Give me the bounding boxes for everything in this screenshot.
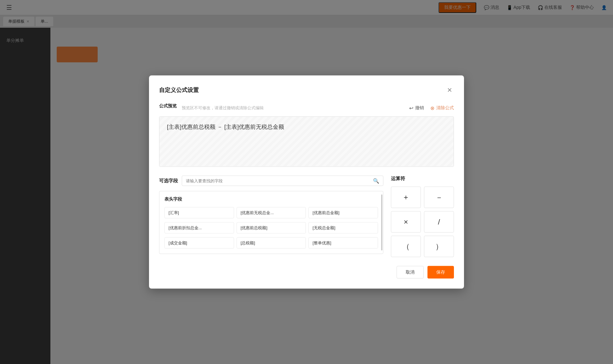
formula-actions: ↩ 撤销 ⊗ 清除公式 (409, 105, 454, 111)
fields-section-title: 表头字段 (164, 196, 378, 202)
field-item-4[interactable]: [优惠前总税额] (237, 222, 306, 234)
field-item-6[interactable]: [成交金额] (164, 237, 234, 249)
field-item-7[interactable]: [总税额] (237, 237, 306, 249)
search-icon: 🔍 (373, 178, 379, 184)
search-input[interactable] (186, 179, 370, 183)
fields-label: 可选字段 (159, 178, 178, 184)
dialog-close-button[interactable]: ✕ (445, 86, 454, 94)
operator-plus[interactable]: + (391, 187, 421, 208)
field-item-3[interactable]: [优惠前折扣总金... (164, 222, 234, 234)
dialog-header: 自定义公式设置 ✕ (159, 86, 454, 94)
formula-preview-row: 公式预览 预览区不可修改，请通过撤销或清除公式编辑 ↩ 撤销 ⊗ 清除公式 (159, 103, 454, 113)
undo-icon: ↩ (409, 105, 413, 111)
formula-hint: 预览区不可修改，请通过撤销或清除公式编辑 (182, 105, 264, 111)
clear-formula-button[interactable]: ⊗ 清除公式 (430, 105, 454, 111)
save-button[interactable]: 保存 (427, 266, 454, 279)
formula-preview-section: 公式预览 预览区不可修改，请通过撤销或清除公式编辑 ↩ 撤销 ⊗ 清除公式 [主… (159, 103, 454, 167)
fields-section: 可选字段 🔍 表头字段 [汇率] [优惠前无税总金... [优惠前总金额] [优… (159, 176, 383, 257)
formula-preview-box: [主表]优惠前总税额 － [主表]优惠前无税总金额 (159, 117, 454, 167)
operators-grid: + － × / （ ） (391, 187, 454, 257)
field-item-5[interactable]: [无税总金额] (308, 222, 378, 234)
fields-grid-container: 表头字段 [汇率] [优惠前无税总金... [优惠前总金额] [优惠前折扣总金.… (159, 191, 383, 254)
formula-section-label: 公式预览 (159, 103, 177, 109)
field-item-1[interactable]: [优惠前无税总金... (237, 207, 306, 219)
dialog-footer: 取消 保存 (159, 266, 454, 279)
formula-content: [主表]优惠前总税额 － [主表]优惠前无税总金额 (167, 124, 284, 130)
operator-multiply[interactable]: × (391, 211, 421, 233)
operator-divide[interactable]: / (424, 211, 454, 233)
field-item-0[interactable]: [汇率] (164, 207, 234, 219)
search-box[interactable]: 🔍 (182, 176, 383, 186)
operators-label: 运算符 (391, 176, 454, 182)
operator-minus[interactable]: － (424, 187, 454, 208)
bottom-section: 可选字段 🔍 表头字段 [汇率] [优惠前无税总金... [优惠前总金额] [优… (159, 176, 454, 257)
field-item-8[interactable]: [整单优惠] (308, 237, 378, 249)
cancel-button[interactable]: 取消 (397, 266, 424, 279)
operators-section: 运算符 + － × / （ ） (391, 176, 454, 257)
fields-header: 可选字段 🔍 (159, 176, 383, 186)
clear-icon: ⊗ (430, 105, 434, 111)
dialog-title: 自定义公式设置 (159, 86, 199, 94)
undo-label: 撤销 (415, 105, 424, 111)
operator-close-paren[interactable]: ） (424, 236, 454, 257)
formula-dialog: 自定义公式设置 ✕ 公式预览 预览区不可修改，请通过撤销或清除公式编辑 ↩ 撤销… (149, 76, 464, 289)
undo-button[interactable]: ↩ 撤销 (409, 105, 424, 111)
scroll-bar (381, 195, 382, 251)
fields-grid: [汇率] [优惠前无税总金... [优惠前总金额] [优惠前折扣总金... [优… (164, 207, 378, 249)
field-item-2[interactable]: [优惠前总金额] (308, 207, 378, 219)
operator-open-paren[interactable]: （ (391, 236, 421, 257)
clear-label: 清除公式 (436, 105, 454, 111)
